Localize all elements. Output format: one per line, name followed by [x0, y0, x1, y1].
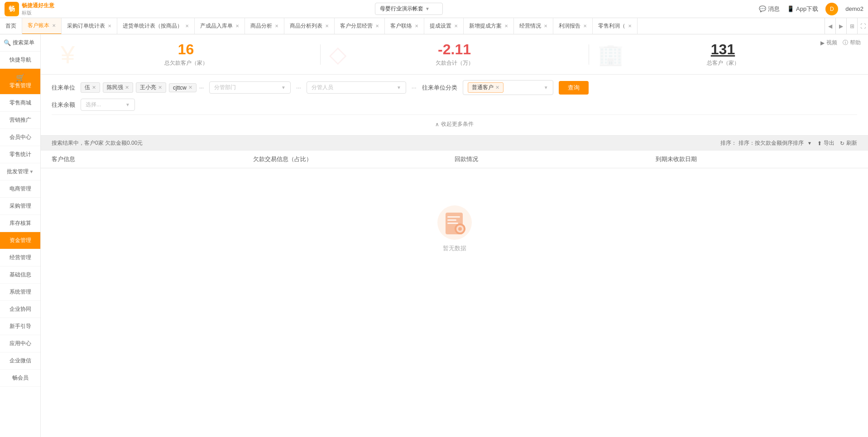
stat-total-customers: ¥ 16 总欠款客户（家） [52, 42, 320, 67]
sidebar-item-retail-stat[interactable]: 零售统计 [0, 146, 40, 163]
close-icon[interactable]: ✕ [415, 24, 418, 28]
sidebar-item-inventory[interactable]: 库存核算 [0, 215, 40, 232]
close-icon[interactable]: ✕ [375, 24, 379, 28]
close-icon[interactable]: ✕ [454, 24, 458, 28]
tag-close-icon[interactable]: ✕ [158, 85, 162, 90]
video-button[interactable]: ▶ 视频 [820, 39, 837, 47]
balance-select[interactable]: 选择... ▼ [81, 99, 135, 111]
sidebar-item-newbie[interactable]: 新手引导 [0, 318, 40, 335]
filter-row-2: 往来余额 选择... ▼ [52, 99, 857, 111]
close-icon[interactable]: ✕ [108, 24, 111, 28]
export-button[interactable]: ⬆ 导出 [817, 139, 834, 147]
chevron-down-icon: ▼ [281, 85, 286, 90]
col-customer-info: 客户信息 [52, 155, 253, 163]
sidebar-search[interactable]: 🔍 搜索菜单 [0, 34, 40, 52]
close-icon[interactable]: ✕ [52, 23, 56, 28]
sidebar-item-vip[interactable]: 畅会员 [0, 370, 40, 387]
download-icon: 📱 [787, 5, 794, 12]
close-icon[interactable]: ✕ [628, 24, 632, 28]
sidebar-item-purchase[interactable]: 采购管理 [0, 198, 40, 215]
filter-dots[interactable]: ··· [296, 84, 301, 91]
tab-purchase-order[interactable]: 采购订单统计表 ✕ [62, 18, 117, 34]
avatar[interactable]: D [825, 3, 838, 15]
tab-new-promote[interactable]: 新增提成方案 ✕ [464, 18, 514, 34]
empty-state: 暂无数据 [41, 168, 868, 289]
stat-clients-value: 131 [589, 42, 857, 57]
sidebar-item-retail-mall[interactable]: 零售商城 [0, 95, 40, 112]
svg-point-7 [458, 227, 462, 231]
sidebar-item-ecommerce[interactable]: 电商管理 [0, 180, 40, 198]
sidebar-item-enterprise-wechat[interactable]: 企业微信 [0, 352, 40, 370]
tab-prev-button[interactable]: ◀ [825, 18, 835, 34]
tab-customer-account[interactable]: 客户账本 ✕ [22, 18, 62, 34]
sort-select[interactable]: 排序： 排序：按欠款金额倒序排序 ▼ [720, 139, 812, 147]
tab-operation[interactable]: 经营情况 ✕ [514, 18, 553, 34]
close-icon[interactable]: ✕ [583, 24, 587, 28]
collapse-button[interactable]: ∧ 收起更多条件 [52, 119, 857, 130]
close-icon[interactable]: ✕ [544, 24, 547, 28]
table-area: 客户信息 欠款交易信息（占比） 回款情况 到期未收款日期 [41, 151, 868, 437]
content-area: ¥ 16 总欠款客户（家） ◇ -2.11 欠款合计（万） 🏢 131 总客户（… [41, 34, 868, 437]
tab-fullscreen-button[interactable]: ⛶ [857, 18, 868, 34]
sidebar-item-wholesale[interactable]: 批发管理 ▼ [0, 163, 40, 180]
stat-debt-label: 欠款合计（万） [320, 59, 589, 67]
filter-dots-2[interactable]: ··· [412, 84, 417, 91]
refresh-button[interactable]: ↻ 刷新 [840, 139, 857, 147]
clients-bg-icon: 🏢 [598, 42, 623, 66]
close-icon[interactable]: ✕ [275, 24, 278, 28]
tab-customer-tier[interactable]: 客户分层经营 ✕ [335, 18, 385, 34]
result-actions: 排序： 排序：按欠款金额倒序排序 ▼ ⬆ 导出 ↻ 刷新 [720, 139, 857, 147]
account-selector[interactable]: 母婴行业演示帐套 ▼ [375, 3, 443, 15]
tag-close-icon[interactable]: ✕ [188, 85, 192, 90]
tab-expand-button[interactable]: ⊞ [846, 18, 857, 34]
tab-home[interactable]: 首页 [0, 18, 22, 34]
sidebar-item-finance[interactable]: 资金管理 [0, 232, 40, 249]
stat-customers-value: 16 [52, 42, 320, 57]
filter-tag-1: 伍 ✕ [81, 82, 100, 93]
filter-more[interactable]: ··· [199, 85, 204, 91]
close-icon[interactable]: ✕ [235, 24, 239, 28]
messages-button[interactable]: 💬 消息 [759, 5, 780, 13]
tag-close-icon[interactable]: ✕ [125, 85, 129, 90]
chevron-down-icon: ▼ [29, 169, 34, 174]
debt-bg-icon: ◇ [329, 41, 346, 67]
customer-bg-icon: ¥ [61, 40, 75, 69]
refresh-icon: ↻ [840, 140, 844, 147]
sidebar-item-basic[interactable]: 基础信息 [0, 266, 40, 284]
sidebar-item-marketing[interactable]: 营销推广 [0, 112, 40, 129]
sidebar-item-enterprise[interactable]: 企业协同 [0, 301, 40, 318]
tab-product-analysis-list[interactable]: 商品分析列表 ✕ [284, 18, 335, 34]
tab-promote-settings[interactable]: 提成设置 ✕ [424, 18, 464, 34]
sidebar-item-system[interactable]: 系统管理 [0, 284, 40, 301]
chevron-down-icon: ▼ [807, 141, 812, 146]
video-icon: ▶ [820, 40, 825, 46]
classify-select[interactable]: 普通客户 ✕ ▼ [463, 80, 553, 95]
tab-product-instock[interactable]: 产成品入库单 ✕ [195, 18, 245, 34]
tab-customer-contact[interactable]: 客户联络 ✕ [385, 18, 424, 34]
tag-close-icon[interactable]: ✕ [92, 85, 96, 90]
tab-next-button[interactable]: ▶ [835, 18, 846, 34]
help-button[interactable]: ⓘ 帮助 [843, 39, 861, 47]
query-button[interactable]: 查询 [559, 81, 589, 95]
empty-icon [436, 204, 473, 241]
close-icon[interactable]: ✕ [325, 24, 329, 28]
tag-close-icon[interactable]: ✕ [495, 85, 499, 90]
close-icon[interactable]: ✕ [185, 24, 189, 28]
sidebar-item-member[interactable]: 会员中心 [0, 129, 40, 146]
sidebar-item-operations[interactable]: 经营管理 [0, 249, 40, 266]
logo-area: 畅 畅捷通好生意 标版 [5, 2, 59, 16]
tab-profit-report[interactable]: 利润报告 ✕ [553, 18, 593, 34]
sidebar-item-app-center[interactable]: 应用中心 [0, 335, 40, 352]
col-debt-info: 欠款交易信息（占比） [253, 155, 455, 163]
sidebar-item-quick-nav[interactable]: 快捷导航 [0, 52, 40, 69]
tab-retail-profit[interactable]: 零售利润（ ✕ [593, 18, 638, 34]
sidebar-item-retail[interactable]: 🛒 零售管理 [0, 69, 40, 95]
tab-purchase-stat[interactable]: 进货单统计表（按商品） ✕ [117, 18, 195, 34]
app-download-button[interactable]: 📱 App下载 [787, 5, 818, 13]
logo-icon: 畅 [5, 2, 19, 16]
tab-product-analysis[interactable]: 商品分析 ✕ [245, 18, 284, 34]
dept-select[interactable]: 分管部门 ▼ [209, 81, 291, 94]
chevron-down-icon: ▼ [425, 6, 430, 11]
person-select[interactable]: 分管人员 ▼ [307, 81, 406, 94]
close-icon[interactable]: ✕ [504, 24, 508, 28]
